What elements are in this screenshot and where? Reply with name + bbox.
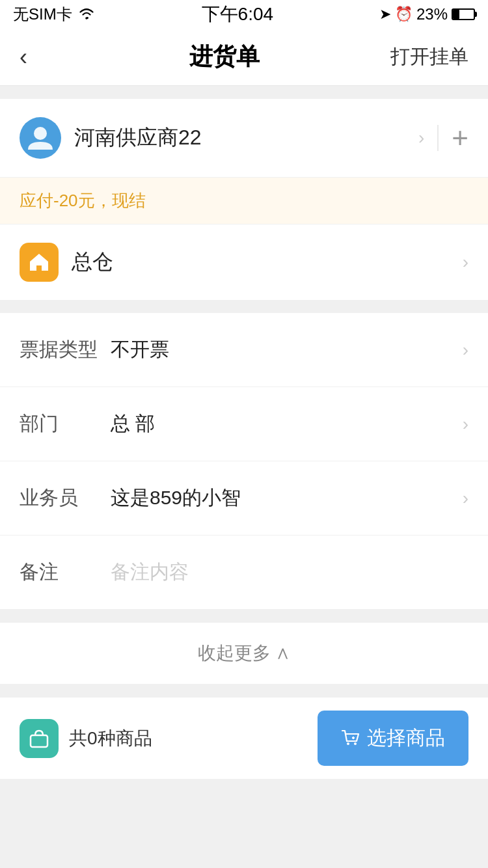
back-button[interactable]: ‹ xyxy=(20,44,59,71)
svg-point-3 xyxy=(347,742,349,745)
status-bar: 无SIM卡 下午6:04 ➤ ⏰ 23% xyxy=(0,0,488,29)
wifi-icon xyxy=(77,5,96,25)
salesperson-label: 业务员 xyxy=(20,485,98,511)
collapse-bar[interactable]: 收起更多 ∧ xyxy=(0,622,488,684)
nav-bar: ‹ 进货单 打开挂单 xyxy=(0,29,488,86)
supplier-name: 河南供应商22 xyxy=(74,124,418,152)
remark-input[interactable]: 备注内容 xyxy=(98,559,468,586)
supplier-section: 河南供应商22 › + 应付-20元，现结 总仓 › xyxy=(0,99,488,300)
select-product-button[interactable]: 选择商品 xyxy=(318,711,468,766)
supplier-chevron-icon: › xyxy=(418,128,424,148)
page-title: 进货单 xyxy=(189,41,260,73)
add-supplier-button[interactable]: + xyxy=(452,124,468,152)
notice-text: 应付-20元，现结 xyxy=(20,191,146,210)
form-section: 票据类型 不开票 › 部门 总 部 › 业务员 这是859的小智 › 备注 备注… xyxy=(0,313,488,609)
svg-point-1 xyxy=(34,127,47,140)
section-gap-1 xyxy=(0,86,488,99)
vertical-divider xyxy=(437,125,439,151)
warehouse-chevron-icon: › xyxy=(463,252,468,273)
department-chevron-icon: › xyxy=(463,414,468,435)
department-value: 总 部 xyxy=(98,411,463,437)
carrier-label: 无SIM卡 xyxy=(13,4,72,25)
invoice-row[interactable]: 票据类型 不开票 › xyxy=(0,313,488,387)
collapse-label: 收起更多 ∧ xyxy=(198,643,291,663)
salesperson-chevron-icon: › xyxy=(463,488,468,509)
invoice-chevron-icon: › xyxy=(463,340,468,360)
supplier-avatar xyxy=(20,117,61,159)
svg-point-0 xyxy=(85,17,88,20)
status-right: ➤ ⏰ 23% xyxy=(379,5,475,23)
gray-fill-area xyxy=(0,779,488,868)
status-left: 无SIM卡 xyxy=(13,4,96,25)
salesperson-row[interactable]: 业务员 这是859的小智 › xyxy=(0,461,488,536)
product-count: 共0种商品 xyxy=(69,726,318,751)
warehouse-name: 总仓 xyxy=(72,248,463,277)
bottom-bar: 共0种商品 选择商品 xyxy=(0,697,488,779)
warehouse-row[interactable]: 总仓 › xyxy=(0,224,488,300)
remark-row[interactable]: 备注 备注内容 xyxy=(0,536,488,609)
open-pending-button[interactable]: 打开挂单 xyxy=(390,44,468,70)
remark-label: 备注 xyxy=(20,559,98,586)
product-icon xyxy=(20,719,59,758)
salesperson-value: 这是859的小智 xyxy=(98,485,463,511)
select-product-label: 选择商品 xyxy=(367,725,445,752)
invoice-label: 票据类型 xyxy=(20,336,98,363)
svg-rect-2 xyxy=(31,735,47,747)
alarm-icon: ⏰ xyxy=(395,6,413,23)
notice-bar: 应付-20元，现结 xyxy=(0,178,488,224)
battery-label: 23% xyxy=(416,5,448,23)
supplier-row[interactable]: 河南供应商22 › + xyxy=(0,99,488,178)
svg-point-4 xyxy=(354,742,357,745)
time-label: 下午6:04 xyxy=(202,2,274,27)
invoice-value: 不开票 xyxy=(98,336,463,363)
battery-icon xyxy=(452,8,475,20)
department-row[interactable]: 部门 总 部 › xyxy=(0,387,488,461)
warehouse-icon xyxy=(20,243,59,282)
department-label: 部门 xyxy=(20,411,98,437)
cart-icon xyxy=(341,729,360,748)
location-icon: ➤ xyxy=(379,6,391,23)
